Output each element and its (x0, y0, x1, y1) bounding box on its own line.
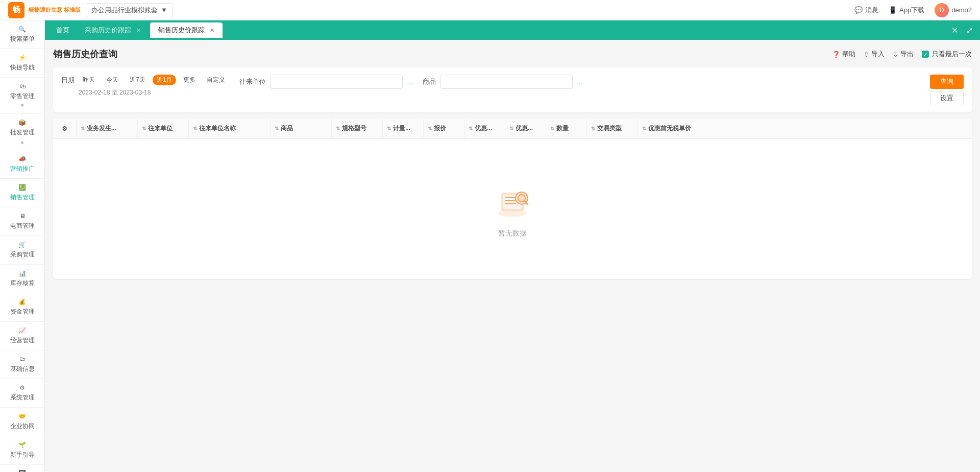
sidebar-item-appcenter[interactable]: 🔲 应用中心 (0, 465, 44, 472)
sidebar-item-label: 营销推广 (10, 164, 35, 173)
ecommerce-icon: 🖥 (19, 213, 26, 220)
th-label: 报价 (434, 124, 446, 133)
date-option-more[interactable]: 更多 (179, 75, 200, 85)
close-icon[interactable]: ✕ (136, 27, 141, 34)
tab-purchase-history[interactable]: 采购历史价跟踪 ✕ (77, 22, 149, 38)
th-label: 优惠... (516, 124, 533, 133)
product-label: 商品 (423, 77, 436, 86)
marketing-icon: 📣 (18, 155, 26, 162)
help-label: 帮助 (842, 50, 855, 59)
tab-bar: 首页 采购历史价跟踪 ✕ 销售历史价跟踪 ✕ ✕ ⤢ (45, 20, 980, 40)
sidebar-item-retail[interactable]: 🛍 零售管理 ▼ (0, 78, 44, 114)
sidebar-item-wholesale[interactable]: 📦 批发管理 ▲ (0, 114, 44, 150)
help-button[interactable]: ❓ 帮助 (832, 50, 855, 59)
sidebar: 🔍 搜索菜单 ⚡ 快捷导航 🛍 零售管理 ▼ 📦 批发管理 ▲ 📣 营销推广 💹… (0, 20, 45, 472)
th-pretax[interactable]: ⇅ 优惠前无税单价 (638, 119, 972, 138)
close-icon[interactable]: ✕ (210, 27, 214, 34)
th-settings[interactable]: ⚙ (53, 120, 77, 137)
date-options: 昨天 今天 近7天 近1月 更多 自定义 (79, 75, 229, 85)
collab-icon: 🤝 (18, 413, 26, 420)
sort-icon: ⇅ (387, 126, 391, 131)
sidebar-item-inventory[interactable]: 📊 库存核算 (0, 265, 44, 293)
sidebar-item-operations[interactable]: 📈 经营管理 (0, 322, 44, 350)
sidebar-item-search[interactable]: 🔍 搜索菜单 (0, 20, 44, 49)
query-button[interactable]: 查询 (930, 75, 964, 89)
page-header: 销售历史价查询 ❓ 帮助 ⇧ 导入 ⇩ 导出 ✓ 只看最后一次 (53, 48, 972, 60)
top-bar: 畅 畅捷通好生意 标准版 办公用品行业模拟账套 ▼ 💬 消息 📱 App下载 D… (0, 0, 980, 20)
date-range-display: 2023-02-18 至 2023-03-18 (77, 88, 229, 97)
quicknav-icon: ⚡ (18, 54, 26, 61)
th-label: 规格型号 (342, 124, 366, 133)
th-discount1[interactable]: ⇅ 优惠... (464, 119, 505, 138)
close-window-icon[interactable]: ✕ (949, 23, 960, 37)
sort-icon: ⇅ (509, 126, 513, 131)
download-label: App下载 (899, 6, 924, 15)
partner-input[interactable] (270, 75, 403, 89)
th-trade[interactable]: ⇅ 交易类型 (587, 119, 638, 138)
export-button[interactable]: ⇩ 导出 (893, 50, 914, 59)
sidebar-item-newbie[interactable]: 🌱 新手引导 (0, 436, 44, 465)
tab-sales-history[interactable]: 销售历史价跟踪 ✕ (150, 22, 223, 38)
sidebar-item-label: 企业协同 (10, 422, 35, 431)
logo-icon: 畅 (8, 2, 24, 18)
partner-label: 往来单位 (239, 77, 266, 86)
sidebar-item-finance[interactable]: 💰 资金管理 (0, 293, 44, 322)
th-price[interactable]: ⇅ 报价 (424, 119, 464, 138)
message-icon: 💬 (854, 6, 863, 14)
sidebar-item-label: 批发管理 (10, 128, 35, 137)
table-container: ⚙ ⇅ 业务发生... ⇅ 往来单位 ⇅ 往来单位名称 ⇅ 商品 ⇅ 规格型号 (53, 119, 972, 279)
tab-label: 采购历史价跟踪 (85, 26, 131, 35)
partner-dots-btn[interactable]: ... (407, 78, 412, 86)
import-button[interactable]: ⇧ 导入 (864, 50, 885, 59)
th-label: 往来单位 (148, 124, 173, 133)
th-label: 计量... (393, 124, 410, 133)
sidebar-item-sales[interactable]: 💹 销售管理 (0, 179, 44, 207)
product-input[interactable] (440, 75, 573, 89)
system-icon: ⚙ (19, 384, 25, 391)
th-spec[interactable]: ⇅ 规格型号 (332, 119, 383, 138)
top-bar-right: 💬 消息 📱 App下载 D demo2 (854, 3, 972, 17)
top-bar-left: 畅 畅捷通好生意 标准版 办公用品行业模拟账套 ▼ (8, 2, 173, 18)
sidebar-item-label: 新手引导 (10, 451, 35, 459)
date-option-today[interactable]: 今天 (102, 75, 122, 85)
import-label: 导入 (871, 50, 885, 59)
sidebar-item-basic[interactable]: 🗂 基础信息 (0, 350, 44, 379)
th-product[interactable]: ⇅ 商品 (271, 119, 332, 138)
th-unit[interactable]: ⇅ 计量... (383, 119, 424, 138)
message-action[interactable]: 💬 消息 (854, 6, 878, 15)
finance-icon: 💰 (18, 298, 26, 305)
sidebar-item-marketing[interactable]: 📣 营销推广 (0, 150, 44, 179)
date-label: 日期 (61, 76, 75, 85)
app-selector[interactable]: 办公用品行业模拟账套 ▼ (86, 3, 173, 17)
th-business[interactable]: ⇅ 业务发生... (77, 119, 138, 138)
th-qty[interactable]: ⇅ 数量 (546, 119, 587, 138)
maximize-icon[interactable]: ⤢ (964, 23, 975, 37)
user-action[interactable]: D demo2 (935, 3, 972, 17)
sidebar-item-purchase[interactable]: 🛒 采购管理 (0, 236, 44, 265)
date-option-7days[interactable]: 近7天 (126, 75, 150, 85)
sidebar-item-ecommerce[interactable]: 🖥 电商管理 (0, 207, 44, 236)
date-option-yesterday[interactable]: 昨天 (79, 75, 99, 85)
purchase-icon: 🛒 (18, 241, 26, 248)
th-partner-name[interactable]: ⇅ 往来单位名称 (189, 119, 271, 138)
avatar: D (935, 3, 949, 17)
settings-icon: ⚙ (62, 125, 67, 132)
sort-icon: ⇅ (428, 126, 432, 131)
sidebar-item-system[interactable]: ⚙ 系统管理 (0, 379, 44, 408)
date-option-custom[interactable]: 自定义 (203, 75, 229, 85)
setting-button[interactable]: 设置 (930, 91, 964, 105)
download-action[interactable]: 📱 App下载 (889, 6, 924, 15)
newbie-icon: 🌱 (18, 441, 26, 449)
product-dots-btn[interactable]: ... (577, 78, 582, 86)
last-only-area[interactable]: ✓ 只看最后一次 (922, 50, 972, 59)
partner-filter-group: 往来单位 ... (239, 75, 412, 89)
th-partner[interactable]: ⇅ 往来单位 (138, 119, 189, 138)
sidebar-item-label: 电商管理 (10, 222, 35, 230)
th-label: 优惠前无税单价 (648, 124, 691, 133)
tab-home[interactable]: 首页 (50, 22, 76, 38)
sidebar-item-quicknav[interactable]: ⚡ 快捷导航 (0, 49, 44, 78)
sidebar-item-collab[interactable]: 🤝 企业协同 (0, 408, 44, 436)
product-filter-group: 商品 ... (423, 75, 582, 89)
date-option-1month[interactable]: 近1月 (153, 75, 177, 85)
th-discount2[interactable]: ⇅ 优惠... (505, 119, 546, 138)
